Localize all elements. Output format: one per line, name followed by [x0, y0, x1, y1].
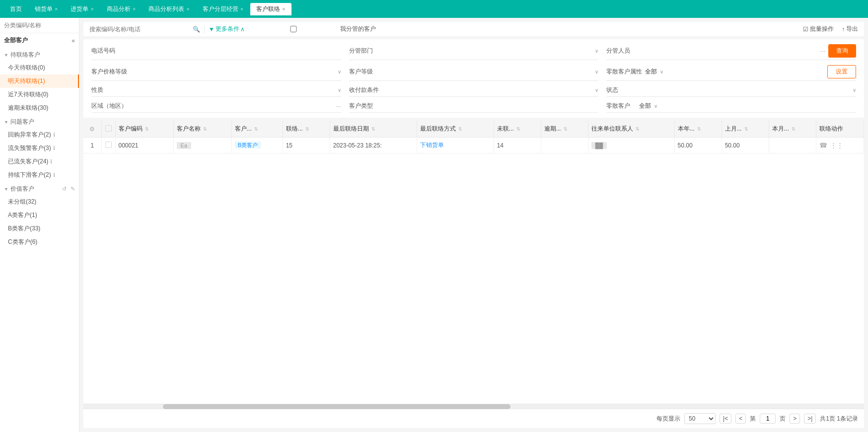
sidebar-item-a-class[interactable]: A类客户(1): [0, 209, 79, 222]
sort-last-contact-date-icon[interactable]: ⇅: [371, 127, 375, 132]
filter-manager: 分管人员 ··· 查询: [606, 44, 856, 60]
sort-company-contact-icon[interactable]: ⇅: [636, 127, 640, 132]
problem-group-header[interactable]: 问题客户: [0, 115, 79, 128]
col-this-month[interactable]: 本月... ⇅: [769, 121, 816, 138]
close-product-analysis-icon[interactable]: ×: [133, 6, 136, 12]
col-company-contact[interactable]: 往来单位联系人 ⇅: [588, 121, 674, 138]
filter-retail-customer-arrow[interactable]: ∨: [654, 103, 657, 109]
sort-this-month-icon[interactable]: ⇅: [792, 127, 796, 132]
nav-home[interactable]: 首页: [4, 3, 28, 15]
col-no-contact[interactable]: 未联... ⇅: [494, 121, 541, 138]
pending-group-header[interactable]: 待联络客户: [0, 48, 79, 61]
next-page-btn[interactable]: >: [790, 414, 800, 424]
my-customers-checkbox[interactable]: [249, 26, 338, 32]
filter-retail-attr-arrow[interactable]: ∨: [660, 69, 663, 74]
sort-no-contact-icon[interactable]: ⇅: [516, 127, 520, 132]
last-page-btn[interactable]: >|: [804, 414, 816, 424]
sort-overdue-icon[interactable]: ⇅: [564, 127, 568, 132]
value-group-header[interactable]: 价值客户 ↺ ✎: [0, 182, 79, 195]
sort-contact-count-icon[interactable]: ⇅: [305, 127, 309, 132]
sidebar-item-tomorrow-pending[interactable]: 明天待联络(1): [0, 74, 79, 88]
close-sales-order-icon[interactable]: ×: [55, 6, 58, 12]
col-last-month[interactable]: 上月... ⇅: [722, 121, 769, 138]
close-product-analysis-list-icon[interactable]: ×: [186, 6, 189, 12]
col-contact-count[interactable]: 联络... ⇅: [283, 121, 330, 138]
col-this-year[interactable]: 本年... ⇅: [674, 121, 722, 138]
col-overdue[interactable]: 逾期... ⇅: [541, 121, 588, 138]
export-btn[interactable]: ↑ 导出: [842, 25, 858, 33]
close-customer-stratification-icon[interactable]: ×: [240, 6, 243, 12]
sidebar-collapse-icon[interactable]: «: [72, 37, 75, 44]
cell-last-contact-method[interactable]: 下销货单: [417, 138, 494, 153]
col-checkbox[interactable]: [101, 121, 115, 138]
filter-nature-label: 性质: [91, 86, 121, 94]
sort-last-contact-method-icon[interactable]: ⇅: [458, 127, 462, 132]
sidebar-item-lost-customers[interactable]: 已流失客户(24) ℹ: [0, 155, 79, 168]
my-customers-checkbox-label[interactable]: 我分管的客户: [249, 25, 376, 33]
col-last-contact-date[interactable]: 最后联络日期 ⇅: [330, 121, 417, 138]
action-more-icon[interactable]: ⋮⋮: [830, 142, 843, 149]
cell-index: 1: [83, 138, 101, 153]
nav-product-analysis-list[interactable]: 商品分析列表 ×: [143, 3, 195, 15]
filter-price-level-arrow[interactable]: ∨: [338, 69, 341, 74]
filter-retail-customer-value: 全部: [639, 102, 651, 110]
scroll-thumb[interactable]: [163, 404, 510, 409]
sort-last-month-icon[interactable]: ⇅: [744, 127, 748, 132]
action-phone-icon[interactable]: ☎: [819, 142, 827, 149]
search-icon[interactable]: 🔍: [193, 26, 200, 33]
nav-product-analysis[interactable]: 商品分析 ×: [101, 3, 142, 15]
query-button[interactable]: 查询: [828, 44, 856, 58]
filter-phone: 电话号码: [91, 44, 341, 60]
nav-customer-contact[interactable]: 客户联络 ×: [250, 3, 291, 15]
sidebar-item-week-pending[interactable]: 近7天待联络(0): [0, 88, 79, 101]
sidebar-item-c-class[interactable]: C类客户(6): [0, 235, 79, 249]
sort-customer-type-icon[interactable]: ⇅: [254, 127, 258, 132]
filter-customer-type-label: 客户类型: [349, 102, 379, 110]
col-customer-type[interactable]: 客户... ⇅: [231, 121, 283, 138]
settings-button[interactable]: 设置: [827, 65, 856, 78]
col-settings[interactable]: ⚙: [83, 121, 101, 138]
filter-status-arrow[interactable]: ∨: [853, 87, 856, 93]
search-input[interactable]: [89, 26, 189, 33]
cell-action: ☎ ⋮⋮: [816, 138, 864, 153]
sort-this-year-icon[interactable]: ⇅: [697, 127, 701, 132]
sidebar-item-today-pending[interactable]: 今天待联络(0): [0, 61, 79, 74]
cell-this-month: [769, 138, 816, 153]
filter-payment-arrow[interactable]: ∨: [595, 87, 598, 93]
sort-customer-name-icon[interactable]: ⇅: [203, 127, 207, 132]
prev-page-btn[interactable]: <: [735, 414, 746, 424]
col-customer-code[interactable]: 客户编码 ⇅: [115, 121, 173, 138]
filter-payment-label: 收付款条件: [349, 86, 379, 94]
filter-region-dots[interactable]: ···: [336, 103, 341, 110]
col-customer-name[interactable]: 客户名称 ⇅: [173, 121, 231, 138]
sidebar-item-overdue-pending[interactable]: 逾期未联络(30): [0, 101, 79, 115]
nav-customer-stratification[interactable]: 客户分层经营 ×: [197, 3, 249, 15]
page-size-select[interactable]: 50 100 200: [684, 413, 716, 424]
col-last-contact-method[interactable]: 最后联络方式 ⇅: [417, 121, 494, 138]
filter-dept-arrow[interactable]: ∨: [595, 48, 598, 54]
sort-customer-code-icon[interactable]: ⇅: [145, 127, 149, 132]
nav-sales-order[interactable]: 销货单 ×: [29, 3, 64, 15]
sidebar-item-ungrouped[interactable]: 未分组(32): [0, 195, 79, 209]
close-customer-contact-icon[interactable]: ×: [282, 6, 285, 12]
filter-customer-level-arrow[interactable]: ∨: [595, 69, 598, 74]
first-page-btn[interactable]: |<: [720, 414, 731, 424]
sidebar-item-abnormal-repurchase[interactable]: 回购异常客户(2) ℹ: [0, 128, 79, 142]
sidebar-item-lost-warning[interactable]: 流失预警客户(3) ℹ: [0, 142, 79, 155]
sidebar-item-declining-customers[interactable]: 持续下滑客户(2) ℹ: [0, 168, 79, 182]
filter-nature-arrow[interactable]: ∨: [338, 87, 341, 93]
filter-customer-level: 客户等级 ∨: [349, 65, 599, 81]
page-input[interactable]: [760, 414, 776, 424]
close-purchase-order-icon[interactable]: ×: [90, 6, 93, 12]
cell-last-contact-date: 2023-05-23 18:25:: [330, 138, 417, 153]
all-customers-header[interactable]: 全部客户 «: [0, 33, 79, 48]
page-end-label: 页: [780, 415, 786, 423]
batch-operation-btn[interactable]: ☑ 批量操作: [803, 25, 834, 33]
horizontal-scrollbar[interactable]: [83, 404, 864, 409]
nav-purchase-order[interactable]: 进货单 ×: [65, 3, 99, 15]
cell-checkbox[interactable]: [101, 138, 115, 153]
sidebar-item-b-class[interactable]: B类客户(33): [0, 222, 79, 235]
more-conditions-btn[interactable]: ▼ 更多条件 ∧: [209, 25, 245, 33]
filter-manager-dots[interactable]: ···: [820, 48, 825, 55]
sidebar-search-input[interactable]: [4, 22, 78, 29]
